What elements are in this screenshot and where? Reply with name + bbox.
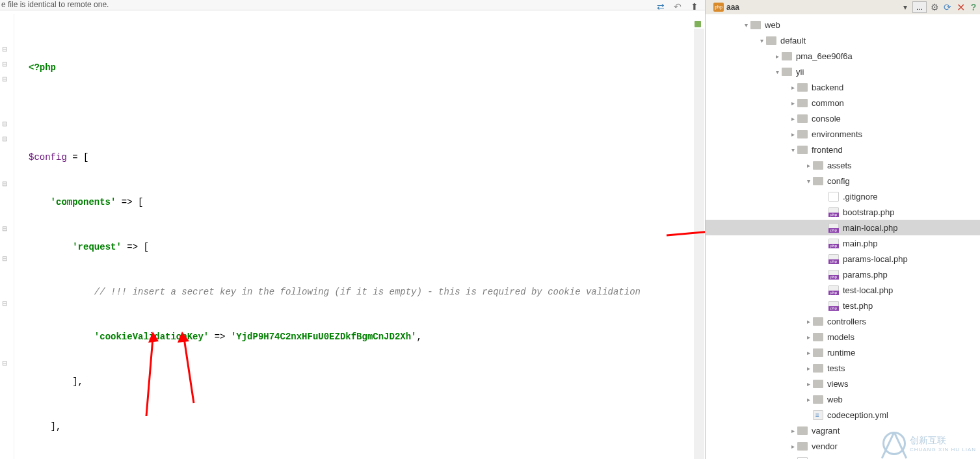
tree-folder-backend[interactable]: ▸backend [706, 79, 980, 95]
tree-folder-web[interactable]: ▾web [706, 17, 980, 33]
tree-file-gitignore[interactable]: .gitignore [706, 189, 980, 204]
fold-marker[interactable]: ⊟ [2, 360, 7, 367]
refresh-icon[interactable]: ⟳ [941, 2, 954, 12]
watermark-text: 创新互联 CHUANG XIN HU LIAN [910, 435, 976, 452]
gutter-folding[interactable]: ⊟ ⊟ ⊟ ⊟ ⊟ ⊟ ⊟ ⊟ ⊟ ⊟ [0, 14, 14, 459]
code-content[interactable]: <?php $config = [ 'components' => [ 'req… [26, 14, 705, 459]
tree-folder-config[interactable]: ▾config [706, 173, 980, 189]
tree-folder-pma[interactable]: ▸pma_6ee90f6a [706, 48, 980, 64]
fold-marker[interactable]: ⊟ [2, 75, 7, 83]
tree-folder-runtime[interactable]: ▸runtime [706, 345, 980, 360]
close-icon[interactable]: ✕ [954, 1, 967, 14]
code-editor[interactable]: ⊟ ⊟ ⊟ ⊟ ⊟ ⊟ ⊟ ⊟ ⊟ ⊟ <?php $config = [ 'c… [0, 14, 705, 459]
tree-folder-console[interactable]: ▸console [706, 111, 980, 126]
tree-file-params-local[interactable]: params-local.php [706, 251, 980, 267]
tree-file-params[interactable]: params.php [706, 267, 980, 282]
undo-icon[interactable]: ↶ [672, 1, 683, 12]
tree-file-codeception[interactable]: codeception.yml [706, 407, 980, 423]
fold-marker[interactable]: ⊟ [2, 120, 7, 127]
more-button[interactable]: … [912, 1, 927, 13]
analysis-ok-icon [695, 21, 701, 27]
tree-folder-environments[interactable]: ▸environments [706, 126, 980, 142]
editor-toolbar: ⇄ ↶ ⬆ [656, 1, 700, 12]
fold-marker[interactable]: ⊟ [2, 225, 7, 232]
tree-folder-frontend[interactable]: ▾frontend [706, 142, 980, 157]
tree-file-test[interactable]: test.php [706, 298, 980, 313]
tree-folder-tests[interactable]: ▸tests [706, 360, 980, 376]
tree-folder-assets[interactable]: ▸assets [706, 157, 980, 173]
vertical-scrollbar[interactable] [694, 29, 704, 459]
tree-folder-default[interactable]: ▾default [706, 33, 980, 48]
fold-marker[interactable]: ⊟ [2, 46, 7, 53]
gutter-lines [14, 14, 26, 459]
fold-marker[interactable]: ⊟ [2, 60, 7, 68]
tree-folder-yii[interactable]: ▾yii [706, 64, 980, 79]
tree-body[interactable]: ▾web ▾default ▸pma_6ee90f6a ▾yii ▸backen… [706, 14, 980, 459]
tree-folder-common[interactable]: ▸common [706, 95, 980, 111]
fold-marker[interactable]: ⊟ [2, 135, 7, 142]
status-bar: e file is identical to remote one. ⇄ ↶ ⬆ [0, 0, 705, 10]
dropdown-caret-icon[interactable]: ▾ [899, 3, 911, 12]
tree-file-bootstrap[interactable]: bootstrap.php [706, 204, 980, 220]
fold-marker[interactable]: ⊟ [2, 180, 7, 187]
tree-folder-models[interactable]: ▸models [706, 329, 980, 345]
tree-header: php aaa ▾ … ⚙ ⟳ ✕ ? [706, 0, 980, 14]
tree-file-main[interactable]: main.php [706, 235, 980, 251]
fold-marker[interactable]: ⊟ [2, 300, 7, 307]
tree-file-main-local[interactable]: main-local.php [706, 220, 980, 235]
tree-title: aaa [726, 3, 899, 12]
watermark: 创新互联 CHUANG XIN HU LIAN [882, 432, 976, 455]
tree-folder-views[interactable]: ▸views [706, 376, 980, 391]
fold-marker[interactable]: ⊟ [2, 255, 7, 262]
upload-icon[interactable]: ⬆ [689, 1, 700, 12]
gear-icon[interactable]: ⚙ [928, 2, 941, 12]
php-file-icon: php [713, 3, 724, 12]
tree-folder-web-inner[interactable]: ▸web [706, 391, 980, 407]
help-icon[interactable]: ? [967, 2, 980, 12]
tree-file-test-local[interactable]: test-local.php [706, 282, 980, 298]
compare-icon[interactable]: ⇄ [656, 1, 666, 12]
file-tree-panel: php aaa ▾ … ⚙ ⟳ ✕ ? ▾web ▾default ▸pma_6… [705, 0, 980, 459]
status-text: e file is identical to remote one. [1, 0, 109, 9]
tree-folder-controllers[interactable]: ▸controllers [706, 313, 980, 329]
watermark-logo [882, 432, 906, 455]
